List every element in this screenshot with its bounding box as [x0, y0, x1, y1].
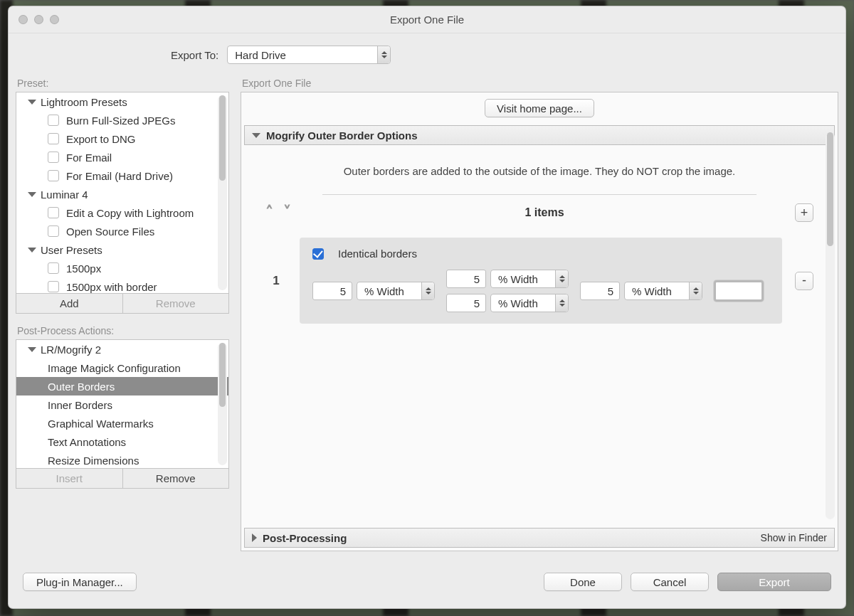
checkbox-icon[interactable] — [48, 133, 59, 144]
checkbox-icon[interactable] — [48, 152, 59, 163]
mogrify-title: Mogrify Outer Border Options — [266, 129, 418, 142]
chevron-updown-icon — [555, 270, 568, 287]
border-color-swatch[interactable] — [714, 280, 764, 302]
post-actions-remove-button[interactable]: Remove — [123, 469, 229, 488]
preset-item-label: For Email — [66, 152, 112, 164]
preset-group-lightroom[interactable]: Lightroom Presets — [16, 92, 228, 111]
post-action-item-label: Image Magick Configuration — [48, 362, 181, 374]
checkbox-icon[interactable] — [48, 115, 59, 126]
left-unit-select[interactable]: % Width — [357, 282, 435, 300]
mogrify-description: Outer borders are added to the outside o… — [265, 156, 813, 194]
preset-group-user[interactable]: User Presets — [16, 240, 228, 259]
bottom-unit-select[interactable]: % Width — [490, 294, 569, 312]
right-unit-select[interactable]: % Width — [624, 282, 702, 300]
cancel-button[interactable]: Cancel — [631, 573, 709, 591]
preset-group-luminar[interactable]: Luminar 4 — [16, 185, 228, 203]
preset-item[interactable]: 1500px — [16, 259, 228, 277]
left-value-input[interactable]: 5 — [312, 282, 352, 300]
post-action-item-selected[interactable]: Outer Borders — [16, 377, 228, 395]
identical-borders-checkbox[interactable] — [312, 248, 324, 260]
post-action-item[interactable]: Image Magick Configuration — [16, 359, 228, 377]
border-values-row: 5 % Width 5 % Width 5 — [312, 270, 769, 312]
preset-item[interactable]: For Email — [16, 148, 228, 166]
post-action-item-label: Graphical Watermarks — [48, 418, 154, 430]
window-title: Export One File — [9, 14, 845, 26]
mogrify-panel-body: Outer borders are added to the outside o… — [244, 149, 835, 524]
checkbox-icon[interactable] — [48, 281, 59, 292]
post-action-item[interactable]: Text Annotations — [16, 432, 228, 451]
chevron-down-icon — [28, 100, 36, 105]
checkbox-icon[interactable] — [48, 262, 59, 274]
remove-border-button[interactable]: - — [795, 272, 813, 290]
preset-listbox: Lightroom Presets Burn Full-Sized JPEGs … — [16, 92, 229, 314]
preset-item[interactable]: Export to DNG — [16, 129, 228, 148]
preset-remove-button[interactable]: Remove — [123, 294, 229, 313]
preset-item-label: 1500px — [66, 262, 101, 275]
export-button[interactable]: Export — [717, 573, 831, 591]
top-value-input[interactable]: 5 — [446, 270, 486, 288]
unit-label: % Width — [498, 273, 538, 285]
preset-item[interactable]: Burn Full-Sized JPEGs — [16, 111, 228, 129]
preset-item[interactable]: Edit a Copy with Lightroom — [16, 203, 228, 222]
visit-home-page-button[interactable]: Visit home page... — [485, 99, 594, 117]
post-actions-group[interactable]: LR/Mogrify 2 — [16, 340, 228, 359]
chevron-down-icon — [252, 133, 260, 138]
border-item: 1 Identical borders 5 % Width — [265, 238, 813, 324]
post-actions-button-bar: Insert Remove — [16, 468, 228, 488]
post-action-item-label: Inner Borders — [48, 399, 112, 411]
scrollbar[interactable] — [218, 343, 227, 465]
group-label: LR/Mogrify 2 — [41, 344, 101, 356]
plugin-manager-button[interactable]: Plug-in Manager... — [23, 573, 137, 591]
identical-borders-row: Identical borders — [312, 248, 769, 260]
bottom-value-input[interactable]: 5 — [446, 294, 486, 312]
titlebar: Export One File — [9, 6, 845, 33]
post-actions-listbox: LR/Mogrify 2 Image Magick Configuration … — [16, 339, 229, 489]
preset-item[interactable]: 1500px with border — [16, 277, 228, 293]
checkbox-icon[interactable] — [48, 225, 59, 237]
show-in-finder-link[interactable]: Show in Finder — [761, 532, 827, 543]
post-actions-insert-button[interactable]: Insert — [16, 469, 123, 488]
group-label: User Presets — [41, 244, 102, 256]
chevron-updown-icon — [421, 282, 434, 299]
preset-add-button[interactable]: Add — [16, 294, 123, 313]
group-label: Lightroom Presets — [41, 96, 127, 108]
scroll-thumb[interactable] — [827, 132, 833, 246]
chevron-down-icon — [28, 248, 36, 253]
post-action-item[interactable]: Inner Borders — [16, 395, 228, 414]
unit-label: % Width — [498, 297, 538, 309]
unit-label: % Width — [632, 285, 672, 297]
post-action-item-label: Text Annotations — [48, 436, 126, 448]
reorder-arrows-icon[interactable]: ˄ ˅ — [265, 203, 294, 222]
scroll-thumb[interactable] — [219, 95, 226, 181]
preset-item[interactable]: For Email (Hard Drive) — [16, 166, 228, 185]
panel-topbar: Visit home page... — [244, 95, 835, 121]
left-border-pair: 5 % Width — [312, 282, 435, 300]
done-button[interactable]: Done — [544, 573, 622, 591]
scroll-thumb[interactable] — [219, 343, 226, 407]
checkbox-icon[interactable] — [48, 170, 59, 181]
items-count-row: ˄ ˅ 1 items + — [265, 195, 813, 228]
post-action-item[interactable]: Resize Dimensions — [16, 451, 228, 468]
mogrify-accordion-header[interactable]: Mogrify Outer Border Options — [244, 125, 835, 145]
post-action-item[interactable]: Graphical Watermarks — [16, 414, 228, 432]
chevron-down-icon — [28, 347, 36, 352]
right-value-input[interactable]: 5 — [580, 282, 620, 300]
preset-item-label: Open Source Files — [66, 225, 154, 238]
checkbox-icon[interactable] — [48, 207, 59, 218]
chevron-down-icon — [28, 192, 36, 197]
post-actions-label: Post-Process Actions: — [16, 324, 229, 339]
export-to-value: Hard Drive — [235, 49, 286, 61]
preset-section-label: Preset: — [16, 76, 229, 92]
scrollbar[interactable] — [826, 132, 835, 519]
top-unit-select[interactable]: % Width — [490, 270, 569, 288]
export-to-select[interactable]: Hard Drive — [227, 46, 391, 64]
post-processing-accordion-header[interactable]: Post-Processing Show in Finder — [244, 528, 835, 548]
preset-item[interactable]: Open Source Files — [16, 222, 228, 240]
post-processing-title: Post-Processing — [263, 532, 347, 544]
add-border-button[interactable]: + — [795, 203, 813, 222]
group-label: Luminar 4 — [41, 188, 88, 201]
scrollbar[interactable] — [218, 95, 227, 290]
preset-item-label: Export to DNG — [66, 133, 136, 145]
export-to-label: Export To: — [171, 49, 218, 61]
chevron-updown-icon — [377, 46, 390, 63]
